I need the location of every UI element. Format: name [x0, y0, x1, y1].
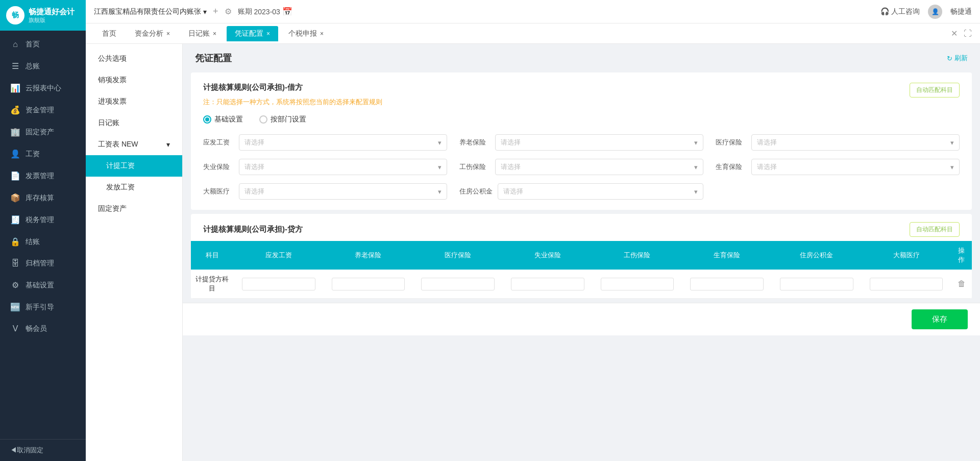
- leftnav-journal[interactable]: 日记账: [86, 112, 182, 134]
- arrow-medical: ▾: [950, 139, 954, 147]
- input-pension[interactable]: [332, 278, 405, 290]
- calendar-icon[interactable]: 📅: [282, 7, 292, 16]
- sidebar-item-salary[interactable]: 👤 工资: [0, 143, 86, 165]
- period-selector[interactable]: 账期 2023-03 📅: [238, 7, 292, 16]
- sidebar-item-tax[interactable]: 🧾 税务管理: [0, 209, 86, 231]
- leftnav-purchase-invoice[interactable]: 进项发票: [86, 91, 182, 112]
- tab-voucher-config-close[interactable]: ×: [266, 30, 270, 37]
- input-workinjury[interactable]: [601, 278, 674, 290]
- select-medical[interactable]: 请选择 ▾: [751, 134, 960, 151]
- th-housing-fund: 住房公积金: [772, 241, 862, 270]
- select-workinjury[interactable]: 请选择 ▾: [495, 159, 703, 175]
- select-unemployment[interactable]: 请选择 ▾: [239, 159, 447, 175]
- sidebar-item-closing[interactable]: 🔒 结账: [0, 231, 86, 253]
- funds-icon: 💰: [10, 105, 20, 115]
- settings-gear-icon[interactable]: ⚙: [225, 7, 232, 16]
- leftnav-fixed-assets[interactable]: 固定资产: [86, 198, 182, 220]
- tab-expand-icon[interactable]: ⛶: [964, 29, 972, 38]
- input-gross-salary[interactable]: [242, 278, 315, 290]
- tab-funds-analysis-close[interactable]: ×: [166, 30, 170, 37]
- placeholder-major-medical: 请选择: [244, 187, 264, 196]
- label-workinjury: 工伤保险: [459, 162, 490, 172]
- tab-tax-filing[interactable]: 个税申报 ×: [280, 26, 332, 41]
- company-selector[interactable]: 江西服宝精品有限责任公司内账张 ▾: [94, 7, 207, 16]
- add-company-button[interactable]: +: [213, 6, 218, 17]
- radio-basic-settings[interactable]: 基础设置: [203, 115, 243, 124]
- sidebar-label-inventory: 库存核算: [26, 193, 54, 203]
- sidebar-label-reports: 云报表中心: [26, 84, 61, 93]
- invoice-icon: 📄: [10, 171, 20, 181]
- sidebar-item-archive[interactable]: 🗄 归档管理: [0, 253, 86, 274]
- input-medical[interactable]: [421, 278, 495, 290]
- sidebar-label-archive: 归档管理: [26, 259, 54, 268]
- logo-title: 畅捷通好会计: [29, 7, 75, 16]
- tab-tax-filing-close[interactable]: ×: [320, 30, 324, 37]
- debit-section-note: 注：只能选择一种方式，系统将按照您当前的选择来配置规则: [203, 98, 960, 107]
- radio-dept-settings[interactable]: 按部门设置: [259, 115, 306, 124]
- sidebar-item-funds[interactable]: 💰 资金管理: [0, 99, 86, 121]
- select-gross-salary[interactable]: 请选择 ▾: [239, 134, 447, 151]
- input-major-medical[interactable]: [870, 278, 943, 290]
- placeholder-workinjury: 请选择: [501, 162, 521, 172]
- leftnav-payroll-group[interactable]: 工资表 NEW ▾: [86, 134, 182, 155]
- sidebar-logo: 畅 畅捷通好会计 旗舰版: [0, 0, 86, 31]
- radio-basic-icon: [203, 115, 211, 124]
- leftnav-public-options[interactable]: 公共选项: [86, 48, 182, 69]
- user-name: 畅捷通: [950, 7, 972, 16]
- th-subject: 科目: [191, 241, 234, 270]
- table-row: 计提贷方科目 🗑: [191, 270, 972, 299]
- leftnav-accrual-salary[interactable]: 计提工资: [86, 155, 182, 177]
- input-unemployment[interactable]: [511, 278, 584, 290]
- debit-auto-match-button[interactable]: 自动匹配科目: [910, 83, 960, 98]
- placeholder-pension: 请选择: [501, 138, 521, 147]
- tab-voucher-config[interactable]: 凭证配置 ×: [227, 26, 278, 41]
- sidebar-item-assets[interactable]: 🏢 固定资产: [0, 121, 86, 143]
- sidebar-item-invoice[interactable]: 📄 发票管理: [0, 165, 86, 187]
- radio-group-debit: 基础设置 按部门设置: [203, 115, 960, 124]
- delete-row-icon[interactable]: 🗑: [958, 279, 966, 288]
- period-label: 账期: [238, 7, 252, 16]
- input-maternity[interactable]: [690, 278, 764, 290]
- tab-funds-analysis[interactable]: 资金分析 ×: [127, 26, 178, 41]
- sidebar-item-vip[interactable]: V 畅会员: [0, 318, 86, 339]
- credit-table: 科目 应发工资 养老保险 医疗保险 失业保险 工伤保险 生育保险 住房公积金 大…: [191, 241, 972, 299]
- user-avatar[interactable]: 👤: [928, 5, 942, 19]
- tab-close-all-icon[interactable]: ✕: [951, 29, 958, 38]
- tab-journal[interactable]: 日记账 ×: [180, 26, 225, 41]
- tab-journal-close[interactable]: ×: [213, 30, 216, 37]
- sidebar-item-guide[interactable]: 🆕 新手引导: [0, 296, 86, 318]
- sidebar-item-home[interactable]: ⌂ 首页: [0, 34, 86, 55]
- content-area: 公共选项 销项发票 进项发票 日记账 工资表 NEW ▾ 计提工资 发放工资 固…: [86, 44, 980, 461]
- select-housing-fund[interactable]: 请选择 ▾: [498, 183, 703, 200]
- input-housing-fund[interactable]: [780, 278, 853, 290]
- sidebar-item-ledger[interactable]: ☰ 总账: [0, 55, 86, 77]
- select-maternity[interactable]: 请选择 ▾: [751, 159, 960, 175]
- th-gross-salary: 应发工资: [234, 241, 324, 270]
- tab-journal-label: 日记账: [188, 29, 210, 38]
- reports-icon: 📊: [10, 83, 20, 93]
- field-gross-salary: 应发工资 请选择 ▾: [203, 134, 447, 151]
- sidebar-item-reports[interactable]: 📊 云报表中心: [0, 77, 86, 99]
- th-maternity: 生育保险: [682, 241, 772, 270]
- tab-home[interactable]: 首页: [94, 26, 125, 41]
- page-title: 凭证配置: [195, 52, 232, 64]
- ledger-icon: ☰: [10, 61, 20, 71]
- credit-auto-match-button[interactable]: 自动匹配科目: [910, 222, 960, 237]
- cancel-fixed-button[interactable]: ◀取消固定: [0, 439, 86, 461]
- leftnav-pay-salary[interactable]: 发放工资: [86, 177, 182, 198]
- sidebar-item-settings[interactable]: ⚙ 基础设置: [0, 274, 86, 296]
- label-gross-salary: 应发工资: [203, 138, 234, 147]
- closing-icon: 🔒: [10, 237, 20, 247]
- ai-consult-button[interactable]: 🎧 人工咨询: [880, 7, 920, 16]
- tax-icon: 🧾: [10, 215, 20, 225]
- leftnav-sales-invoice[interactable]: 销项发票: [86, 69, 182, 91]
- select-major-medical[interactable]: 请选择 ▾: [239, 183, 447, 200]
- tab-home-label: 首页: [102, 29, 116, 38]
- inventory-icon: 📦: [10, 193, 20, 203]
- select-pension[interactable]: 请选择 ▾: [495, 134, 703, 151]
- new-badge: NEW: [121, 140, 138, 148]
- save-button[interactable]: 保存: [912, 309, 968, 329]
- sidebar-item-inventory[interactable]: 📦 库存核算: [0, 187, 86, 209]
- refresh-button[interactable]: ↻ 刷新: [947, 54, 968, 63]
- logo-icon: 畅: [6, 6, 24, 25]
